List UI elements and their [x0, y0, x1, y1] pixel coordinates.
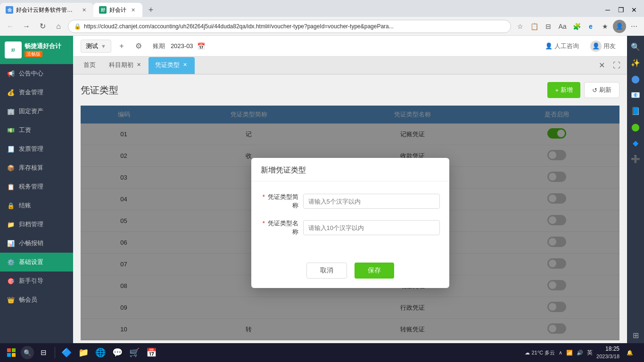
abbr-required-mark: *	[263, 193, 265, 200]
tab-expand-button[interactable]: ⛶	[610, 59, 623, 72]
taskbar-time-display[interactable]: 18:25 2023/3/18	[596, 345, 619, 360]
bookmark-icon[interactable]: ★	[599, 20, 611, 33]
closing-icon: 🔒	[7, 201, 15, 210]
page-content: 凭证类型 + 新增 ↺ 刷新 编码	[73, 74, 627, 362]
restore-button[interactable]: ❐	[615, 4, 627, 16]
taskbar-edge-button[interactable]: 🔷	[59, 345, 74, 360]
rp-email-button[interactable]: 📧	[628, 88, 643, 102]
sidebar-item-closing-label: 结账	[19, 201, 31, 210]
notification-button[interactable]: 🔔	[623, 346, 636, 359]
weather-info: ☁ 21°C 多云	[525, 349, 555, 356]
browser-tab-1[interactable]: 会 好会计云财务软件管理系统_会计 ✕	[0, 3, 93, 17]
taskbar: 🔍 ⊟ 🔷 📁 🌐 💬 🛒 📅 ☁ 21°C 多云 ∧ 📶 🔊 英 18:25 …	[0, 343, 644, 362]
new-label: 新增	[561, 86, 573, 94]
sidebar-item-funds[interactable]: 💰 资金管理	[0, 83, 73, 102]
taskbar-explorer-button[interactable]: 📁	[76, 345, 91, 360]
rp-diamond-button[interactable]: ◆	[628, 136, 643, 150]
rp-book-button[interactable]: 📘	[628, 104, 643, 118]
sidebar-item-closing[interactable]: 🔒 结账	[0, 196, 73, 215]
tax-icon: 📋	[7, 182, 15, 191]
rp-circle-button[interactable]: ⬤	[628, 72, 643, 86]
sidebar-item-inventory[interactable]: 📦 库存核算	[0, 158, 73, 177]
rp-green-button[interactable]: ⬤	[628, 120, 643, 134]
rp-search-button[interactable]: 🔍	[628, 40, 643, 54]
taskbar-right: ☁ 21°C 多云 ∧ 📶 🔊 英 18:25 2023/3/18 🔔	[525, 345, 640, 360]
minimize-button[interactable]: ─	[602, 4, 614, 16]
tab-minimize-button[interactable]: ✕	[595, 59, 608, 72]
save-button[interactable]: 保存	[355, 263, 394, 279]
sidebar-item-member[interactable]: 👑 畅会员	[0, 290, 73, 309]
collections-icon[interactable]: 📋	[528, 20, 540, 33]
user-button[interactable]: 👤 用友	[586, 39, 619, 54]
abbr-input[interactable]	[303, 194, 440, 209]
sidebar-item-expense[interactable]: 📊 小畅报销	[0, 234, 73, 253]
url-bar[interactable]: 🔒 https://cloud2.chanjet.com/accounting/…	[68, 20, 511, 33]
sidebar-item-archive-label: 归档管理	[19, 220, 43, 229]
tab-voucher-type-close[interactable]: ✕	[182, 62, 188, 68]
workspace-selector[interactable]: 测试 ▼	[81, 40, 111, 53]
add-workspace-button[interactable]: +	[115, 40, 128, 53]
extension-icon[interactable]: 🧩	[570, 20, 583, 33]
taskbar-wechat-button[interactable]: 💬	[110, 345, 125, 360]
sidebar-item-payroll[interactable]: 💵 工资	[0, 121, 73, 140]
browser-tab-2-close[interactable]: ✕	[129, 6, 137, 14]
sidebar-scroll: 📢 公告中心 💰 资金管理 🏢 固定资产 💵 工资 🧾 发票管理 📦 库	[0, 64, 73, 346]
reading-icon[interactable]: Aa	[556, 20, 569, 33]
taskbar-arrow-icon[interactable]: ∧	[559, 350, 562, 356]
sidebar-item-tax[interactable]: 📋 税务管理	[0, 177, 73, 196]
close-button[interactable]: ✕	[628, 4, 640, 16]
sidebar-item-settings[interactable]: ⚙️ 基础设置	[0, 253, 73, 272]
name-input[interactable]	[303, 220, 440, 235]
tab-subjects[interactable]: 科目期初 ✕	[102, 57, 149, 74]
back-button[interactable]: ←	[4, 20, 17, 33]
rp-star-button[interactable]: ✨	[628, 56, 643, 70]
support-label: 人工咨询	[554, 42, 579, 50]
rp-grid-button[interactable]: ⊞	[628, 328, 643, 342]
page-title-bar: 凭证类型 + 新增 ↺ 刷新	[81, 82, 619, 98]
time-value: 18:25	[596, 345, 619, 353]
profile-button[interactable]: 👤	[613, 20, 626, 33]
settings-gear-button[interactable]: ⚙	[132, 40, 145, 53]
period-calendar-icon[interactable]: 📅	[197, 42, 205, 50]
new-voucher-type-button[interactable]: + 新增	[547, 82, 580, 98]
page-actions: + 新增 ↺ 刷新	[547, 82, 619, 98]
abbr-label-text: 凭证类型简称	[268, 193, 298, 209]
sidebar-item-inventory-label: 库存核算	[19, 164, 43, 172]
split-screen-icon[interactable]: ⊟	[542, 20, 554, 33]
taskbar-store-button[interactable]: 🛒	[127, 345, 142, 360]
tab-subjects-close[interactable]: ✕	[135, 62, 142, 68]
browser-actions: ☆ 📋 ⊟ Aa 🧩 e ★ 👤 ⋯	[514, 20, 640, 33]
svg-rect-3	[12, 353, 16, 357]
abbr-label: * 凭证类型简称	[261, 193, 303, 210]
taskbar-multiview-button[interactable]: ⊟	[36, 345, 51, 360]
wifi-icon: 📶	[566, 350, 573, 356]
taskbar-search-button[interactable]: 🔍	[21, 346, 34, 359]
favorites-icon[interactable]: ☆	[514, 20, 526, 33]
browser-tab-1-close[interactable]: ✕	[80, 6, 88, 14]
browser-tab-2[interactable]: 好 好会计 ✕	[93, 3, 142, 17]
cancel-button[interactable]: 取消	[306, 263, 347, 279]
sidebar-item-announcement[interactable]: 📢 公告中心	[0, 64, 73, 83]
refresh-button[interactable]: ↻	[36, 20, 49, 33]
refresh-button[interactable]: ↺ 刷新	[584, 82, 619, 98]
sidebar-item-fixed-assets[interactable]: 🏢 固定资产	[0, 102, 73, 121]
expense-icon: 📊	[7, 239, 15, 247]
start-button[interactable]	[4, 345, 19, 360]
taskbar-chrome-button[interactable]: 🌐	[93, 345, 108, 360]
sidebar-item-guide[interactable]: 🎯 新手引导	[0, 272, 73, 290]
edge-icon[interactable]: e	[585, 20, 597, 33]
tab-voucher-type[interactable]: 凭证类型 ✕	[149, 57, 195, 74]
window-controls: ─ ❐ ✕	[602, 4, 644, 16]
sidebar-item-fixed-assets-label: 固定资产	[19, 107, 43, 115]
home-button[interactable]: ⌂	[52, 20, 65, 33]
sidebar-item-invoice[interactable]: 🧾 发票管理	[0, 140, 73, 158]
sidebar-item-archive[interactable]: 📁 归档管理	[0, 215, 73, 234]
rp-add-button[interactable]: ➕	[628, 152, 643, 166]
support-button[interactable]: 👤 人工咨询	[541, 40, 583, 52]
more-menu-button[interactable]: ⋯	[628, 20, 640, 33]
new-tab-button[interactable]: +	[144, 3, 157, 16]
tab-home[interactable]: 首页	[77, 57, 102, 74]
main-area: 测试 ▼ + ⚙ 账期 2023-03 📅 👤 人工咨询 👤 用友 首页	[73, 36, 627, 362]
taskbar-calendar-button[interactable]: 📅	[144, 345, 159, 360]
forward-button[interactable]: →	[20, 20, 33, 33]
